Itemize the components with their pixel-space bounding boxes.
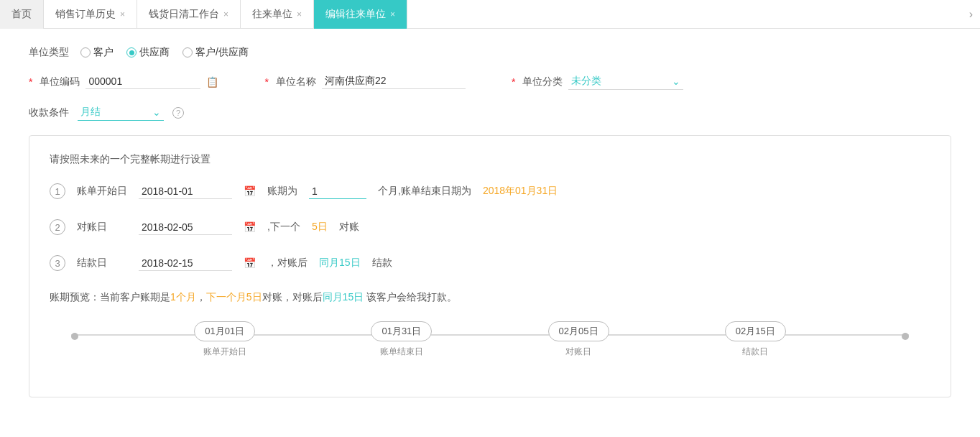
preview-period: 1个月 bbox=[170, 291, 196, 303]
radio-customer[interactable]: 客户 bbox=[80, 46, 114, 59]
unit-name-input[interactable] bbox=[322, 74, 466, 89]
preview-text: 账期预览：当前客户账期是1个月，下一个月5日对账，对账后同月15日 该客户会给我… bbox=[50, 291, 930, 316]
tabs-bar: 首页 销售订单历史 × 钱货日清工作台 × 往来单位 × 编辑往来单位 × › bbox=[0, 0, 980, 29]
step-1-row: 1 账单开始日 📅 账期为 个月,账单结束日期为 2018年01月31日 bbox=[50, 183, 930, 199]
timeline-start-dot bbox=[71, 333, 78, 340]
unit-category-value: 未分类 bbox=[571, 75, 601, 88]
help-icon[interactable]: ? bbox=[172, 107, 184, 119]
unit-category-group: * 单位分类 未分类 ⌄ bbox=[512, 73, 683, 90]
tab-cash-ledger-close[interactable]: × bbox=[223, 9, 228, 19]
preview-prefix: 账期预览：当前客户账期是 bbox=[50, 291, 170, 303]
step-2-desc-prefix: ,下一个 bbox=[267, 221, 300, 234]
step-2-desc-highlight: 5日 bbox=[312, 221, 328, 234]
tab-partner-unit[interactable]: 往来单位 × bbox=[241, 0, 314, 29]
step-2-date-input[interactable] bbox=[139, 220, 232, 235]
timeline-label-0: 账单开始日 bbox=[203, 346, 246, 358]
step-3-desc-highlight: 同月15日 bbox=[319, 257, 361, 270]
preview-suffix: 该客户会给我打款。 bbox=[366, 291, 457, 303]
radio-both[interactable]: 客户/供应商 bbox=[182, 46, 249, 59]
unit-category-chevron-icon: ⌄ bbox=[672, 75, 680, 87]
tab-edit-partner[interactable]: 编辑往来单位 × bbox=[314, 0, 407, 29]
radio-supplier-label: 供应商 bbox=[139, 46, 170, 59]
step-1-period-suffix: 个月,账单结束日期为 bbox=[378, 185, 471, 198]
tab-home[interactable]: 首页 bbox=[0, 0, 44, 29]
unit-code-star: * bbox=[29, 76, 32, 88]
timeline-label-3: 结款日 bbox=[742, 346, 768, 358]
tab-home-label: 首页 bbox=[11, 8, 32, 21]
timeline: 01月01日账单开始日01月31日账单结束日02月05日对账日02月15日结款日 bbox=[71, 321, 909, 358]
radio-customer-label: 客户 bbox=[93, 46, 114, 59]
step-1-period-input[interactable] bbox=[309, 184, 366, 199]
unit-name-label: 单位名称 bbox=[276, 75, 316, 88]
tab-cash-ledger[interactable]: 钱货日清工作台 × bbox=[137, 0, 241, 29]
tab-sales-history-close[interactable]: × bbox=[120, 9, 125, 19]
tab-cash-ledger-label: 钱货日清工作台 bbox=[149, 8, 219, 21]
step-2-row: 2 对账日 📅 ,下一个5日对账 bbox=[50, 219, 930, 235]
unit-type-row: 单位类型 客户 供应商 客户/供应商 bbox=[29, 46, 951, 59]
radio-both-circle bbox=[182, 47, 193, 58]
step-1-num: 1 bbox=[50, 183, 65, 199]
step-2-calendar-icon[interactable]: 📅 bbox=[244, 221, 256, 233]
radio-supplier[interactable]: 供应商 bbox=[126, 46, 170, 59]
timeline-end-dot bbox=[902, 333, 909, 340]
tab-scroll-arrow[interactable]: › bbox=[962, 0, 980, 28]
preview-settle-day: 同月15日 bbox=[323, 291, 364, 303]
unit-category-dropdown[interactable]: 未分类 ⌄ bbox=[568, 73, 683, 90]
radio-both-label: 客户/供应商 bbox=[195, 46, 249, 59]
section-instruction: 请按照未来的一个完整帐期进行设置 bbox=[50, 153, 930, 166]
timeline-badge-0: 01月01日 bbox=[194, 321, 255, 341]
unit-type-label: 单位类型 bbox=[29, 46, 72, 59]
step-2-num: 2 bbox=[50, 219, 65, 235]
payment-terms-chevron-icon: ⌄ bbox=[152, 106, 161, 118]
unit-code-copy-icon[interactable]: 📋 bbox=[206, 76, 218, 88]
step-3-date-input[interactable] bbox=[139, 256, 232, 271]
tab-partner-unit-close[interactable]: × bbox=[297, 9, 302, 19]
step-1-date-input[interactable] bbox=[139, 184, 232, 199]
payment-setup-section: 请按照未来的一个完整帐期进行设置 1 账单开始日 📅 账期为 个月,账单结束日期… bbox=[29, 135, 951, 397]
unit-category-label: 单位分类 bbox=[522, 75, 563, 88]
step-1-calendar-icon[interactable]: 📅 bbox=[244, 185, 256, 197]
timeline-label-2: 对账日 bbox=[565, 346, 591, 358]
timeline-item-2: 02月05日对账日 bbox=[548, 321, 609, 358]
unit-category-star: * bbox=[512, 76, 515, 88]
payment-terms-dropdown[interactable]: 月结 ⌄ bbox=[78, 104, 164, 121]
unit-name-group: * 单位名称 bbox=[264, 74, 465, 89]
timeline-wrapper: 01月01日账单开始日01月31日账单结束日02月05日对账日02月15日结款日 bbox=[50, 316, 930, 380]
preview-next-day: 下一个月5日 bbox=[206, 291, 262, 303]
step-1-period-label: 账期为 bbox=[267, 185, 297, 198]
preview-comma1: ， bbox=[196, 291, 206, 303]
step-3-desc-prefix: ，对账后 bbox=[267, 257, 308, 270]
tab-edit-partner-close[interactable]: × bbox=[390, 9, 395, 19]
timeline-item-0: 01月01日账单开始日 bbox=[194, 321, 255, 358]
payment-terms-row: 收款条件 月结 ⌄ ? bbox=[29, 104, 951, 121]
unit-info-row: * 单位编码 📋 * 单位名称 * 单位分类 未分类 ⌄ bbox=[29, 73, 951, 90]
page-content: 单位类型 客户 供应商 客户/供应商 * 单位编码 📋 * bbox=[0, 29, 980, 437]
radio-supplier-circle bbox=[126, 47, 137, 58]
radio-customer-circle bbox=[80, 47, 91, 58]
step-3-desc-suffix: 结款 bbox=[372, 257, 392, 270]
tab-edit-partner-label: 编辑往来单位 bbox=[325, 8, 386, 21]
timeline-item-3: 02月15日结款日 bbox=[725, 321, 786, 358]
payment-terms-value: 月结 bbox=[80, 106, 101, 119]
unit-code-group: * 单位编码 📋 bbox=[29, 74, 218, 89]
payment-terms-label: 收款条件 bbox=[29, 106, 69, 119]
timeline-items: 01月01日账单开始日01月31日账单结束日02月05日对账日02月15日结款日 bbox=[78, 321, 902, 358]
step-3-num: 3 bbox=[50, 255, 65, 271]
unit-code-input[interactable] bbox=[85, 74, 200, 89]
step-3-calendar-icon[interactable]: 📅 bbox=[244, 257, 256, 269]
timeline-badge-2: 02月05日 bbox=[548, 321, 609, 341]
timeline-label-1: 账单结束日 bbox=[380, 346, 423, 358]
tab-sales-history-label: 销售订单历史 bbox=[55, 8, 116, 21]
unit-code-label: 单位编码 bbox=[40, 75, 80, 88]
tab-partner-unit-label: 往来单位 bbox=[252, 8, 292, 21]
timeline-item-1: 01月31日账单结束日 bbox=[371, 321, 432, 358]
step-3-label: 结款日 bbox=[77, 257, 127, 270]
step-1-label: 账单开始日 bbox=[77, 185, 127, 198]
unit-name-star: * bbox=[264, 76, 268, 88]
step-3-row: 3 结款日 📅 ，对账后同月15日结款 bbox=[50, 255, 930, 271]
timeline-badge-1: 01月31日 bbox=[371, 321, 432, 341]
step-2-desc-suffix: 对账 bbox=[339, 221, 359, 234]
preview-middle: 对账，对账后 bbox=[262, 291, 323, 303]
step-1-end-date: 2018年01月31日 bbox=[483, 185, 558, 198]
tab-sales-history[interactable]: 销售订单历史 × bbox=[44, 0, 137, 29]
